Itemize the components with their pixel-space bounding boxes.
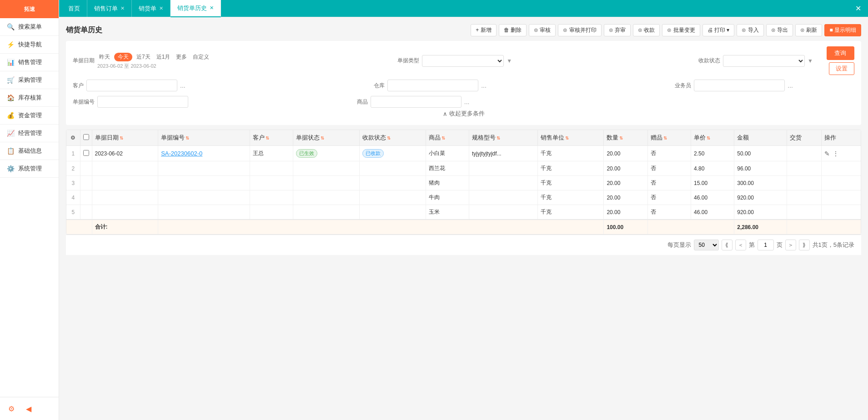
doc-status-badge: 已生效 — [296, 149, 317, 158]
sidebar-item-basic-info[interactable]: 📋 基础信息 — [0, 142, 59, 160]
new-button[interactable]: + 新增 — [471, 24, 496, 36]
tab-sales-history[interactable]: 销货单历史 ✕ — [171, 0, 221, 17]
date-btn-more[interactable]: 更多 — [174, 52, 189, 62]
th-qty[interactable]: 数量⇅ — [604, 130, 648, 146]
show-detail-button[interactable]: ■ 显示明细 — [824, 24, 861, 36]
row-amount: 920.00 — [734, 190, 787, 205]
refresh-button[interactable]: ⊙ 刷新 — [795, 24, 822, 36]
docno-input[interactable] — [97, 96, 188, 108]
abandon-button[interactable]: ⊙ 弃审 — [604, 24, 631, 36]
filter-docno-item: 单据编号 — [73, 96, 188, 108]
sidebar-collapse-btn[interactable]: ◀ — [22, 402, 35, 415]
sidebar-item-finance-mgmt[interactable]: 💰 资金管理 — [0, 107, 59, 125]
row-docno[interactable] — [158, 176, 250, 190]
page-next-btn[interactable]: ＞ — [785, 240, 796, 250]
collect-button[interactable]: ⊙ 收款 — [633, 24, 660, 36]
select-all-checkbox[interactable] — [83, 134, 89, 140]
date-btn-custom[interactable]: 自定义 — [191, 52, 211, 62]
query-button[interactable]: 查询 — [827, 46, 854, 60]
row-docno[interactable] — [158, 205, 250, 220]
th-transaction[interactable]: 交货 — [787, 130, 822, 146]
row-num-cell: 5 — [66, 205, 80, 220]
th-pay-status[interactable]: 收款状态⇅ — [360, 130, 426, 146]
payment-status-dropdown-icon[interactable]: ▼ — [808, 58, 813, 64]
import-button[interactable]: ⊙ 导入 — [737, 24, 763, 36]
th-date[interactable]: 单据日期⇅ — [92, 130, 158, 146]
page-first-btn[interactable]: ⟪ — [722, 240, 733, 250]
customer-input[interactable] — [86, 80, 177, 91]
audit-button[interactable]: ⊙ 审核 — [529, 24, 556, 36]
goods-dots-btn[interactable]: ... — [464, 98, 470, 105]
batch-change-button[interactable]: ⊙ 批量变更 — [662, 24, 700, 36]
th-price[interactable]: 单价⇅ — [691, 130, 734, 146]
tab-sales-order[interactable]: 销售订单 ✕ — [87, 0, 132, 17]
th-doc-status[interactable]: 单据状态⇅ — [293, 130, 360, 146]
th-checkbox[interactable] — [80, 130, 92, 146]
total-row: 合计: 100.00 2,286.00 — [66, 220, 861, 234]
total-qty: 100.00 — [604, 220, 648, 234]
row-transaction — [787, 161, 822, 176]
payment-status-label: 收款状态 — [698, 57, 720, 65]
date-btn-today[interactable]: 今天 — [114, 53, 132, 61]
sidebar-item-operations-mgmt[interactable]: 📈 经营管理 — [0, 125, 59, 142]
page-last-btn[interactable]: ⟫ — [799, 240, 810, 250]
edit-action-icon[interactable]: ✎ — [824, 150, 830, 157]
doc-type-select[interactable] — [422, 55, 504, 67]
page-number-input[interactable] — [758, 240, 774, 250]
audit-print-button[interactable]: ⊙ 审核并打印 — [558, 24, 601, 36]
tab-home[interactable]: 首页 — [61, 0, 87, 17]
row-docno[interactable]: SA-20230602-0 — [158, 146, 250, 161]
row-checkbox[interactable] — [83, 150, 89, 156]
per-page-select[interactable]: 50 100 — [694, 240, 719, 250]
sidebar-item-system-mgmt[interactable]: ⚙️ 系统管理 — [0, 160, 59, 178]
th-spec[interactable]: 规格型号⇅ — [469, 130, 537, 146]
warehouse-dots-btn[interactable]: ... — [481, 82, 487, 89]
sidebar-item-quick-nav[interactable]: ⚡ 快捷导航 — [0, 36, 59, 54]
tab-close-all-btn[interactable]: ✕ — [851, 4, 866, 13]
date-btn-1month[interactable]: 近1月 — [155, 52, 172, 62]
date-btn-7days[interactable]: 近7天 — [135, 52, 152, 62]
row-checkbox-cell — [80, 161, 92, 176]
export-button[interactable]: ⊙ 导出 — [766, 24, 793, 36]
row-gift: 否 — [647, 176, 691, 190]
doc-type-dropdown-icon[interactable]: ▼ — [507, 58, 512, 64]
sidebar-settings-btn[interactable]: ⚙ — [5, 402, 18, 415]
tab-sales-goods-close[interactable]: ✕ — [159, 5, 163, 11]
page-prev-btn[interactable]: ＜ — [735, 240, 746, 250]
th-goods[interactable]: 商品⇅ — [426, 130, 469, 146]
tab-sales-history-close[interactable]: ✕ — [210, 5, 214, 11]
sidebar-item-inventory-calc[interactable]: 🏠 库存核算 — [0, 89, 59, 107]
collapse-button[interactable]: ∧ 收起更多条件 — [73, 108, 854, 120]
setting-button[interactable]: 设置 — [829, 62, 854, 75]
th-docno[interactable]: 单据编号⇅ — [158, 130, 250, 146]
payment-status-select[interactable] — [723, 55, 805, 67]
goods-input[interactable] — [371, 96, 462, 108]
doc-no-link[interactable]: SA-20230602-0 — [161, 150, 202, 157]
th-gear[interactable]: ⚙ — [66, 130, 80, 146]
delete-button[interactable]: 🗑 删除 — [499, 24, 527, 36]
more-action-icon[interactable]: ⋮ — [833, 150, 839, 157]
table-row: 2西兰花千克20.00否4.8096.00 — [66, 161, 861, 176]
total-label: 合计: — [92, 220, 158, 234]
th-gift[interactable]: 赠品⇅ — [647, 130, 691, 146]
customer-dots-btn[interactable]: ... — [180, 82, 186, 89]
th-price-label: 单价 — [694, 134, 706, 141]
tab-sales-goods[interactable]: 销货单 ✕ — [132, 0, 171, 17]
salesperson-dots-btn[interactable]: ... — [788, 82, 793, 89]
row-spec — [469, 205, 537, 220]
th-unit[interactable]: 销售单位⇅ — [537, 130, 604, 146]
salesperson-input[interactable] — [694, 80, 785, 91]
warehouse-input[interactable] — [387, 80, 478, 91]
sidebar-item-purchase-mgmt[interactable]: 🛒 采购管理 — [0, 71, 59, 89]
date-btn-yesterday[interactable]: 昨天 — [97, 52, 112, 62]
filter-payment-status-item: 收款状态 ▼ — [698, 55, 813, 67]
th-customer[interactable]: 客户⇅ — [250, 130, 293, 146]
print-button[interactable]: 🖨 打印 ▾ — [702, 24, 735, 36]
tab-sales-order-close[interactable]: ✕ — [120, 5, 125, 11]
sidebar-item-search-menu[interactable]: 🔍 搜索菜单 — [0, 18, 59, 36]
row-docno[interactable] — [158, 161, 250, 176]
sidebar-item-sales-mgmt[interactable]: 📊 销售管理 — [0, 54, 59, 71]
purchase-mgmt-icon: 🛒 — [7, 76, 15, 84]
th-amount[interactable]: 金额 — [734, 130, 787, 146]
row-docno[interactable] — [158, 190, 250, 205]
